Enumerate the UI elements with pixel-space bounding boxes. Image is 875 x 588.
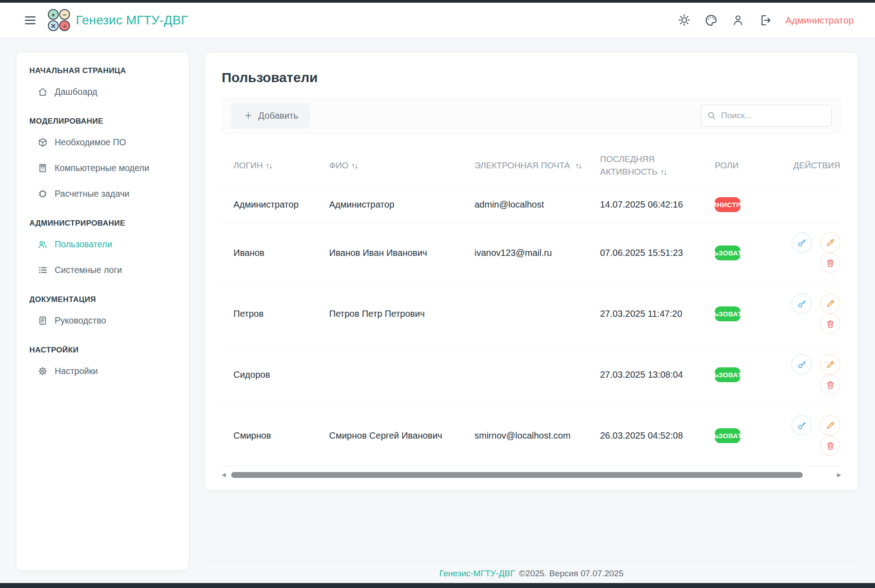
cell-last-activity: 07.06.2025 15:51:23	[588, 222, 703, 283]
delete-user-button[interactable]	[820, 435, 840, 456]
sidebar-item-label: Необходимое ПО	[55, 137, 126, 148]
column-header-login[interactable]: ЛОГИН↑↓	[222, 144, 317, 187]
table-row: Иванов Иванов Иван Иванович ivanov123@ma…	[222, 222, 841, 283]
sidebar: НАЧАЛЬНАЯ СТРАНИЦА Дашбоард МОДЕЛИРОВАНИ…	[17, 53, 188, 570]
role-badge: ПОЛЬЗОВАТЕЛЬ	[715, 306, 740, 321]
sidebar-item-software[interactable]: Необходимое ПО	[25, 130, 180, 155]
sidebar-item-label: Пользователи	[55, 239, 112, 250]
password-key-button[interactable]	[791, 354, 812, 375]
hamburger-menu-icon[interactable]	[23, 14, 38, 27]
cell-email: ivanov123@mail.ru	[463, 222, 588, 283]
pencil-icon	[825, 360, 835, 370]
column-header-roles: РОЛИ	[703, 144, 763, 187]
sidebar-item-label: Настройки	[55, 366, 98, 376]
table-row: Администратор Администратор admin@localh…	[222, 187, 841, 222]
scrollbar-track[interactable]	[229, 472, 834, 478]
box-icon	[37, 137, 48, 148]
sidebar-item-dashboard[interactable]: Дашбоард	[25, 79, 180, 105]
cell-email	[463, 283, 588, 344]
book-icon	[37, 315, 48, 326]
cell-login: Смирнов	[222, 405, 317, 466]
search-icon	[707, 111, 717, 120]
users-icon	[37, 239, 48, 250]
role-badge: ПОЛЬЗОВАТЕЛЬ	[715, 367, 740, 382]
sort-arrows-icon: ↑↓	[660, 167, 666, 176]
sidebar-item-label: Компьютерные модели	[55, 163, 149, 173]
calculator-icon	[37, 163, 48, 173]
list-icon	[37, 265, 48, 275]
trash-icon	[825, 258, 835, 268]
delete-user-button[interactable]	[820, 253, 840, 273]
edit-user-button[interactable]	[820, 293, 840, 314]
add-user-button[interactable]: Добавить	[231, 103, 310, 129]
cell-fio: Иванов Иван Иванович	[317, 222, 463, 283]
cell-roles: ПОЛЬЗОВАТЕЛЬ	[703, 344, 763, 405]
key-icon	[797, 299, 807, 309]
app-logo: + − ✕ ÷	[48, 9, 70, 31]
profile-icon[interactable]	[731, 14, 745, 27]
scroll-left-arrow-icon[interactable]: ◀	[222, 472, 226, 477]
password-key-button[interactable]	[791, 293, 812, 314]
app-header: + − ✕ ÷ Генезис МГТУ-ДВГ	[0, 3, 875, 38]
key-icon	[797, 360, 807, 370]
sidebar-item-computer-models[interactable]: Компьютерные модели	[25, 155, 180, 181]
sidebar-section-administration: АДМИНИСТРИРОВАНИЕ	[29, 219, 180, 228]
sidebar-section-modeling: МОДЕЛИРОВАНИЕ	[29, 117, 180, 126]
pencil-icon	[825, 421, 835, 431]
logout-icon[interactable]	[758, 14, 772, 27]
delete-user-button[interactable]	[820, 375, 840, 395]
cell-login: Сидоров	[222, 344, 317, 405]
palette-icon[interactable]	[704, 14, 718, 27]
cell-last-activity: 27.03.2025 11:47:20	[588, 283, 703, 344]
sidebar-item-label: Системные логи	[55, 265, 122, 275]
sidebar-item-system-logs[interactable]: Системные логи	[25, 257, 180, 283]
sidebar-item-label: Дашбоард	[55, 87, 97, 97]
sidebar-item-calc-tasks[interactable]: Расчетные задачи	[25, 181, 180, 207]
password-key-button[interactable]	[791, 232, 812, 253]
cell-fio	[317, 344, 463, 405]
cell-actions	[763, 187, 841, 222]
logo-minus-tile: −	[59, 9, 70, 20]
cell-login: Иванов	[222, 222, 317, 283]
current-user-label[interactable]: Администратор	[785, 15, 854, 26]
sidebar-item-users[interactable]: Пользователи	[25, 231, 180, 257]
trash-icon	[825, 319, 835, 329]
horizontal-scrollbar: ◀ ▶	[222, 471, 841, 478]
table-toolbar: Добавить	[222, 98, 841, 133]
cell-actions	[763, 344, 841, 405]
cpu-icon	[37, 189, 48, 199]
footer-copyright: ©2025. Версия 07.07.2025	[519, 569, 624, 578]
main-column: Пользователи Добавить	[205, 53, 858, 583]
scroll-right-arrow-icon[interactable]: ▶	[837, 472, 841, 477]
app-title: Генезис МГТУ-ДВГ	[76, 13, 188, 28]
edit-user-button[interactable]	[820, 415, 840, 435]
search-input[interactable]	[701, 105, 832, 127]
footer-brand-link[interactable]: Генезис-МГТУ-ДВГ	[439, 569, 515, 578]
theme-sun-icon[interactable]	[678, 14, 691, 27]
cell-last-activity: 26.03.2025 04:52:08	[588, 405, 703, 466]
password-key-button[interactable]	[791, 415, 812, 435]
sidebar-item-manual[interactable]: Руководство	[25, 308, 180, 333]
home-icon	[37, 87, 48, 97]
scrollbar-thumb[interactable]	[231, 472, 803, 478]
cell-email: admin@localhost	[463, 187, 588, 222]
pencil-icon	[825, 299, 835, 309]
pencil-icon	[825, 238, 835, 248]
key-icon	[797, 421, 807, 431]
role-badge: ПОЛЬЗОВАТЕЛЬ	[715, 245, 740, 260]
cell-fio: Петров Петр Петрович	[317, 283, 463, 344]
cell-actions	[763, 222, 841, 283]
sidebar-item-settings[interactable]: Настройки	[25, 358, 180, 384]
cell-last-activity: 14.07.2025 06:42:16	[588, 187, 703, 222]
column-header-fio[interactable]: ФИО↑↓	[317, 144, 463, 187]
sidebar-section-documentation: ДОКУМЕНТАЦИЯ	[29, 295, 180, 304]
users-table: ЛОГИН↑↓ ФИО↑↓ ЭЛЕКТРОННАЯ ПОЧТА ↑↓ ПОСЛЕ…	[222, 144, 841, 478]
column-header-actions: ДЕЙСТВИЯ	[763, 144, 841, 187]
column-header-last-activity[interactable]: ПОСЛЕДНЯЯ АКТИВНОСТЬ↑↓	[588, 144, 703, 187]
edit-user-button[interactable]	[820, 232, 840, 253]
column-header-email[interactable]: ЭЛЕКТРОННАЯ ПОЧТА ↑↓	[463, 144, 588, 187]
delete-user-button[interactable]	[820, 314, 840, 334]
cell-fio: Администратор	[317, 187, 463, 222]
cell-fio: Смирнов Сергей Иванович	[317, 405, 463, 466]
edit-user-button[interactable]	[820, 354, 840, 375]
